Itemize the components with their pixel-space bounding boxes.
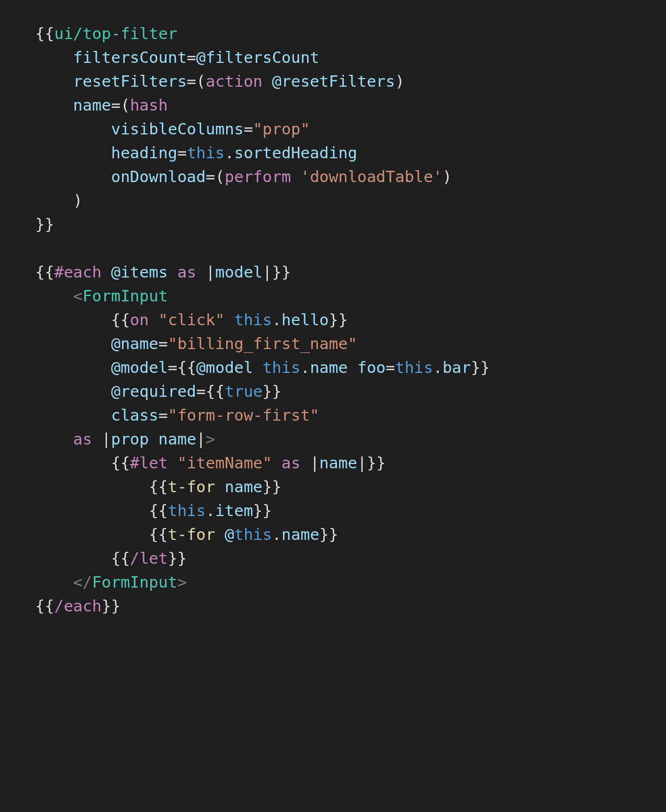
attr-at-model: @model: [111, 358, 168, 377]
code-block[interactable]: {{ui/top-filter filtersCount=@filtersCou…: [0, 0, 666, 618]
helper-action: action: [206, 72, 262, 91]
attr-at-required: @required: [111, 382, 196, 401]
each-items: @items: [111, 263, 168, 281]
hash-onDownload: onDownload: [111, 167, 206, 186]
model-kv-key: foo: [357, 358, 386, 377]
keyword-let: #let: [130, 454, 168, 472]
blockparam-name-2: name: [319, 454, 357, 472]
helper-t-for-1: t-for: [168, 478, 215, 496]
helper-perform: perform: [225, 167, 291, 186]
keyword-as-3: as: [281, 454, 300, 472]
attr-filtersCount: filtersCount: [73, 48, 187, 67]
keyword-let-close: /let: [130, 549, 168, 568]
tag-forminput-close: FormInput: [92, 573, 177, 591]
val-true: true: [225, 382, 262, 401]
on-event: "click": [158, 311, 225, 329]
keyword-each: #each: [54, 263, 101, 281]
helper-hash: hash: [130, 96, 168, 114]
keyword-each-close: /each: [54, 597, 101, 615]
tag-forminput-open: FormInput: [82, 287, 168, 305]
val-billing-first-name: "billing_first_name": [168, 334, 357, 353]
arg-downloadTable: 'downloadTable': [300, 167, 443, 186]
attr-class: class: [111, 406, 158, 424]
component-name: ui/top-filter: [54, 24, 177, 43]
model-arg1: @model: [196, 358, 253, 377]
modifier-on: on: [130, 311, 149, 329]
attr-resetFilters: resetFilters: [73, 72, 187, 91]
attr-at-name: @name: [111, 334, 158, 353]
hash-visibleColumns: visibleColumns: [111, 120, 244, 138]
attr-name: name: [73, 96, 111, 114]
val-filtersCount: @filtersCount: [196, 48, 319, 67]
keyword-as-2: as: [73, 430, 92, 448]
blockparam-name: name: [158, 430, 196, 448]
blockparam-model: model: [215, 263, 262, 281]
hash-heading: heading: [111, 144, 177, 162]
helper-t-for-2: t-for: [168, 525, 215, 544]
arg-resetFilters: @resetFilters: [272, 72, 395, 91]
blockparam-prop: prop: [111, 430, 149, 448]
val-form-row-first: "form-row-first": [168, 406, 319, 424]
val-visibleColumns: "prop": [253, 120, 310, 138]
keyword-as: as: [177, 263, 196, 281]
t-for-arg-1: name: [225, 478, 262, 496]
let-arg: "itemName": [177, 454, 272, 472]
